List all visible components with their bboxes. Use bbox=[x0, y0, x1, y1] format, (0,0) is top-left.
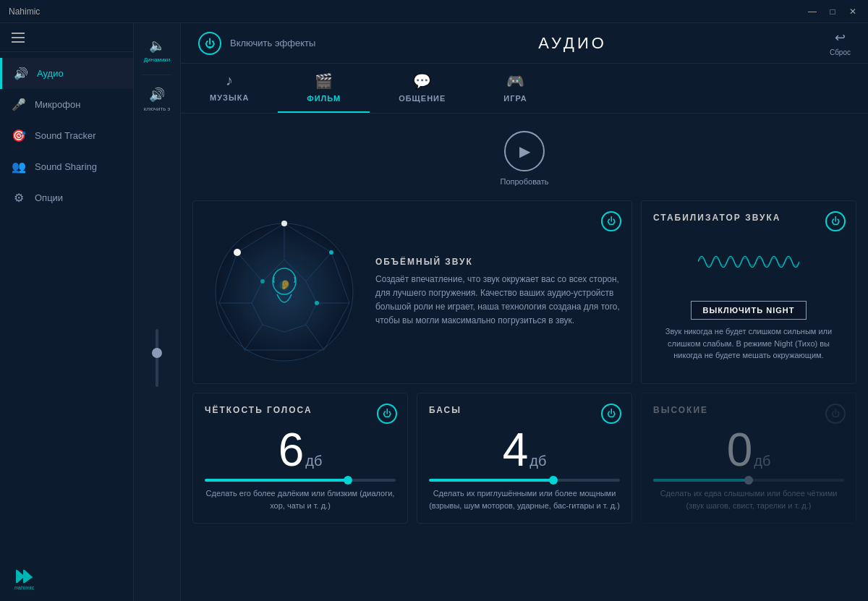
night-mode-button[interactable]: ВЫКЛЮЧИТЬ NIGHT bbox=[691, 301, 807, 320]
minimize-button[interactable]: — bbox=[806, 5, 819, 18]
headphones-icon: 🔊 bbox=[149, 87, 165, 103]
content-area: ▶ Попробовать bbox=[181, 114, 868, 601]
sphere-svg: 👂 bbox=[205, 213, 364, 372]
play-circle: ▶ bbox=[504, 131, 545, 171]
device-panel: 🔈 Динамики 🔊 ключить з bbox=[134, 23, 181, 601]
sidebar-item-audio[interactable]: 🔊 Аудио bbox=[0, 58, 133, 89]
tabs-bar: ♪ МУЗЫКА 🎬 ФИЛЬМ 💬 ОБЩЕНИЕ 🎮 ИГРА bbox=[181, 64, 868, 114]
close-button[interactable]: ✕ bbox=[846, 5, 859, 18]
surround-card: 👂 ОБЪЁМНЫЙ ЗВУК ⏻ Создаёт впечатление, ч… bbox=[192, 200, 632, 384]
bass-value-display: 4 дб bbox=[429, 427, 620, 473]
device-divider bbox=[142, 74, 171, 75]
chat-tab-label: ОБЩЕНИЕ bbox=[399, 94, 446, 103]
svg-text:nahimic: nahimic bbox=[14, 584, 35, 589]
voice-clarity-slider-track bbox=[205, 479, 396, 482]
top-bar: ⏻ Включить эффекты АУДИО ↩ Сброс bbox=[181, 23, 868, 64]
logo-icon: nahimic bbox=[12, 563, 38, 589]
top-bar-left: ⏻ Включить эффекты bbox=[198, 32, 315, 55]
sidebar-item-microphone[interactable]: 🎤 Микрофон bbox=[0, 89, 133, 120]
treble-value-display: 0 дб bbox=[653, 427, 844, 473]
sidebar-item-sound-tracker[interactable]: 🎯 Sound Tracker bbox=[0, 120, 133, 151]
audio-icon: 🔊 bbox=[14, 67, 28, 80]
bass-unit: дб bbox=[529, 453, 546, 469]
treble-value: 0 bbox=[727, 427, 753, 473]
svg-text:👂: 👂 bbox=[280, 279, 291, 290]
reset-label: Сброс bbox=[830, 48, 851, 56]
treble-slider-thumb[interactable] bbox=[744, 476, 753, 485]
tab-chat[interactable]: 💬 ОБЩЕНИЕ bbox=[370, 64, 475, 113]
stabilizer-title: СТАБИЛИЗАТОР ЗВУКА bbox=[653, 213, 844, 223]
tab-music[interactable]: ♪ МУЗЫКА bbox=[181, 64, 278, 113]
headphones-label: ключить з bbox=[144, 106, 170, 112]
treble-unit: дб bbox=[754, 453, 770, 469]
sidebar-item-tracker-label: Sound Tracker bbox=[35, 130, 96, 141]
titlebar: Nahimic — □ ✕ bbox=[0, 0, 868, 23]
tab-film[interactable]: 🎬 ФИЛЬМ bbox=[278, 64, 370, 113]
bass-slider-thumb[interactable] bbox=[549, 476, 558, 485]
voice-clarity-value-display: 6 дб bbox=[205, 427, 396, 473]
volume-slider[interactable] bbox=[156, 329, 158, 387]
stabilizer-power-button[interactable]: ⏻ bbox=[825, 211, 846, 231]
main-content: ⏻ Включить эффекты АУДИО ↩ Сброс ♪ МУЗЫК… bbox=[181, 23, 868, 601]
surround-text: ОБЪЁМНЫЙ ЗВУК ⏻ Создаёт впечатление, что… bbox=[375, 257, 620, 328]
voice-clarity-unit: дб bbox=[305, 453, 322, 469]
logo: nahimic bbox=[0, 552, 133, 601]
bass-title: БАСЫ bbox=[429, 405, 620, 415]
window-controls: — □ ✕ bbox=[806, 5, 859, 18]
svg-point-28 bbox=[260, 279, 265, 284]
voice-clarity-slider-thumb[interactable] bbox=[344, 476, 352, 485]
bass-value: 4 bbox=[503, 427, 529, 473]
game-tab-icon: 🎮 bbox=[506, 72, 525, 90]
voice-clarity-power-button[interactable]: ⏻ bbox=[377, 404, 397, 424]
svg-point-26 bbox=[234, 249, 241, 256]
tab-game[interactable]: 🎮 ИГРА bbox=[475, 64, 556, 113]
sidebar-item-sharing-label: Sound Sharing bbox=[35, 161, 97, 172]
bass-card: БАСЫ ⏻ 4 дб Сделать их приглушёнными или… bbox=[417, 393, 632, 524]
wave-svg bbox=[698, 244, 799, 280]
game-tab-label: ИГРА bbox=[503, 94, 527, 103]
chat-tab-icon: 💬 bbox=[413, 72, 432, 90]
treble-description: Сделать их едва слышными или более чётки… bbox=[653, 487, 844, 511]
bass-power-button[interactable]: ⏻ bbox=[601, 404, 621, 424]
sidebar-item-options[interactable]: ⚙ Опции bbox=[0, 182, 133, 213]
voice-clarity-description: Сделать его более далёким или близким (д… bbox=[205, 487, 396, 511]
treble-title: ВЫСОКИЕ bbox=[653, 405, 844, 415]
sidebar-item-options-label: Опции bbox=[35, 192, 63, 203]
film-tab-label: ФИЛЬМ bbox=[307, 94, 341, 103]
reset-icon: ↩ bbox=[835, 30, 846, 46]
treble-power-button[interactable]: ⏻ bbox=[825, 404, 846, 424]
speakers-label: Динамики bbox=[144, 56, 171, 63]
sidebar: 🔊 Аудио 🎤 Микрофон 🎯 Sound Tracker 👥 Sou… bbox=[0, 23, 134, 601]
enable-effects-button[interactable]: ⏻ bbox=[198, 32, 221, 55]
preview-label: Попробовать bbox=[501, 177, 549, 186]
sidebar-nav: 🔊 Аудио 🎤 Микрофон 🎯 Sound Tracker 👥 Sou… bbox=[0, 52, 133, 552]
music-tab-label: МУЗЫКА bbox=[210, 93, 249, 102]
svg-point-25 bbox=[329, 250, 333, 255]
film-tab-icon: 🎬 bbox=[315, 72, 333, 90]
enable-effects-label[interactable]: Включить эффекты bbox=[230, 38, 315, 48]
reset-button[interactable]: ↩ Сброс bbox=[830, 30, 851, 56]
device-speakers[interactable]: 🔈 Динамики bbox=[134, 32, 180, 69]
voice-clarity-title: ЧЁТКОСТЬ ГОЛОСА bbox=[205, 405, 396, 415]
sidebar-header bbox=[0, 23, 133, 52]
microphone-icon: 🎤 bbox=[12, 98, 26, 111]
app-title: Nahimic bbox=[9, 7, 40, 17]
sidebar-item-microphone-label: Микрофон bbox=[35, 99, 80, 110]
voice-clarity-card: ЧЁТКОСТЬ ГОЛОСА ⏻ 6 дб Сделать его более… bbox=[192, 393, 408, 524]
maximize-button[interactable]: □ bbox=[826, 5, 839, 18]
cards-row-2: ЧЁТКОСТЬ ГОЛОСА ⏻ 6 дб Сделать его более… bbox=[192, 393, 856, 524]
cards-row-1: 👂 ОБЪЁМНЫЙ ЗВУК ⏻ Создаёт впечатление, ч… bbox=[192, 200, 856, 384]
sidebar-item-sound-sharing[interactable]: 👥 Sound Sharing bbox=[0, 151, 133, 182]
volume-slider-container bbox=[156, 124, 158, 592]
preview-button[interactable]: ▶ Попробовать bbox=[501, 131, 549, 186]
tracker-icon: 🎯 bbox=[12, 129, 26, 142]
treble-slider-track bbox=[653, 479, 844, 482]
hamburger-menu[interactable] bbox=[12, 33, 25, 43]
stabilizer-card: СТАБИЛИЗАТОР ЗВУКА ⏻ ВЫКЛЮЧИТЬ NIGHT Зву… bbox=[641, 200, 856, 384]
svg-point-24 bbox=[281, 221, 287, 226]
voice-clarity-slider-fill bbox=[205, 479, 348, 482]
device-headphones[interactable]: 🔊 ключить з bbox=[134, 81, 180, 118]
page-title: АУДИО bbox=[538, 34, 607, 53]
surround-power-button[interactable]: ⏻ bbox=[601, 211, 621, 231]
preview-row: ▶ Попробовать bbox=[192, 125, 856, 192]
